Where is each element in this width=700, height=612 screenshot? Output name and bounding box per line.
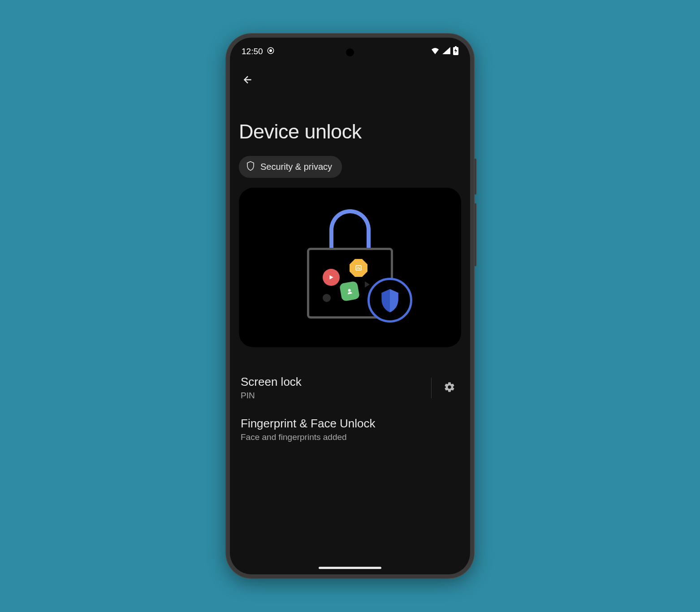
biometric-subtitle: Face and fingerprints added [241, 432, 459, 442]
chip-label: Security & privacy [260, 162, 332, 172]
security-privacy-chip[interactable]: Security & privacy [239, 156, 342, 178]
biometric-title: Fingerprint & Face Unlock [241, 417, 459, 431]
dot-icon [323, 294, 331, 302]
person-icon [339, 281, 360, 302]
status-left: 12:50 [242, 47, 275, 57]
screen: 12:50 [230, 38, 470, 574]
phone-frame: 12:50 [225, 33, 475, 579]
image-icon [350, 259, 367, 277]
divider [431, 378, 432, 398]
content: Device unlock Security & privacy [230, 120, 470, 450]
list-item-text: Fingerprint & Face Unlock Face and finge… [241, 417, 459, 442]
screen-lock-settings-button[interactable] [440, 378, 459, 398]
status-right [431, 46, 458, 57]
list-item-text: Screen lock PIN [241, 375, 426, 401]
camera-notch [346, 48, 354, 56]
illustration-card [239, 188, 461, 347]
signal-icon [442, 47, 450, 56]
gear-icon [444, 381, 455, 395]
svg-point-1 [269, 49, 272, 52]
screen-lock-subtitle: PIN [241, 391, 426, 401]
screen-lock-title: Screen lock [241, 375, 426, 389]
navigation-handle[interactable] [319, 567, 381, 569]
page-title: Device unlock [239, 120, 461, 143]
svg-rect-3 [455, 46, 457, 47]
screen-lock-item[interactable]: Screen lock PIN [239, 367, 461, 409]
svg-point-5 [348, 289, 351, 292]
lock-shackle-icon [329, 209, 371, 250]
shield-icon [246, 161, 255, 173]
arrow-back-icon [242, 74, 254, 87]
notification-icon [267, 47, 275, 57]
back-button[interactable] [238, 71, 258, 91]
play-icon [323, 269, 340, 286]
fingerprint-face-item[interactable]: Fingerprint & Face Unlock Face and finge… [239, 409, 461, 450]
status-time: 12:50 [242, 47, 263, 56]
lock-illustration [305, 209, 395, 326]
triangle-icon [365, 281, 370, 288]
settings-list: Screen lock PIN Fingerprint & Face Unloc… [239, 367, 461, 450]
lock-body-icon [307, 248, 393, 319]
battery-icon [453, 46, 458, 57]
shield-badge-icon [367, 278, 412, 323]
wifi-icon [431, 47, 440, 56]
app-bar [230, 57, 470, 95]
